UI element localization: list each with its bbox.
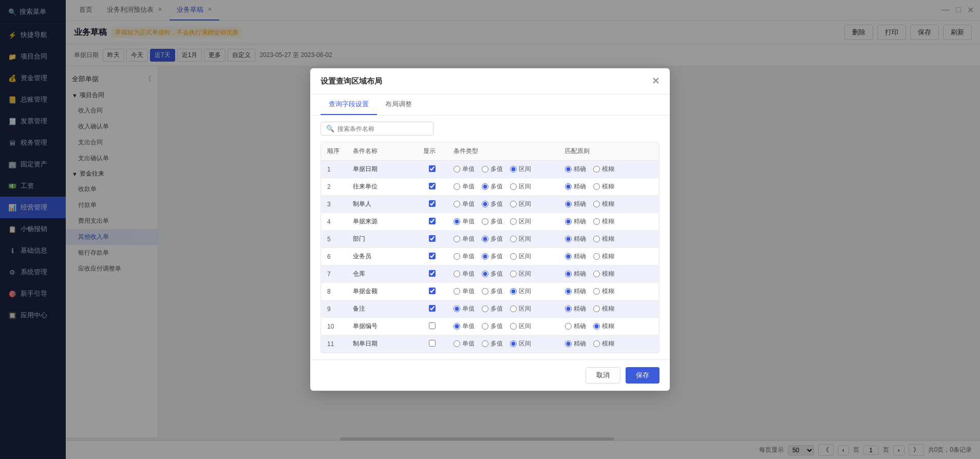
type-radio[interactable] bbox=[482, 340, 488, 347]
match-radio-option[interactable]: 精确 bbox=[565, 182, 586, 191]
match-radio-option[interactable]: 模糊 bbox=[593, 304, 614, 313]
type-radio-option[interactable]: 单值 bbox=[454, 235, 475, 243]
type-radio[interactable] bbox=[510, 166, 517, 173]
match-radio[interactable] bbox=[565, 323, 572, 330]
match-radio-option[interactable]: 模糊 bbox=[593, 200, 614, 208]
type-radio-option[interactable]: 区间 bbox=[510, 339, 531, 348]
show-checkbox[interactable] bbox=[429, 270, 436, 277]
type-radio-option[interactable]: 多值 bbox=[482, 200, 503, 208]
match-radio-option[interactable]: 精确 bbox=[565, 217, 586, 226]
type-radio-option[interactable]: 区间 bbox=[510, 322, 531, 331]
type-radio-option[interactable]: 多值 bbox=[482, 217, 503, 226]
match-radio-option[interactable]: 模糊 bbox=[593, 217, 614, 226]
type-radio[interactable] bbox=[482, 253, 488, 260]
match-radio-option[interactable]: 精确 bbox=[565, 252, 586, 261]
show-checkbox[interactable] bbox=[429, 218, 436, 224]
type-radio[interactable] bbox=[454, 201, 460, 207]
type-radio-option[interactable]: 多值 bbox=[482, 304, 503, 313]
modal-save-button[interactable]: 保存 bbox=[626, 367, 659, 384]
type-radio-option[interactable]: 区间 bbox=[510, 252, 531, 261]
type-radio-option[interactable]: 多值 bbox=[482, 287, 503, 296]
type-radio[interactable] bbox=[454, 166, 460, 173]
match-radio[interactable] bbox=[593, 183, 600, 190]
match-radio-option[interactable]: 模糊 bbox=[593, 322, 614, 331]
type-radio[interactable] bbox=[482, 201, 488, 207]
show-checkbox[interactable] bbox=[429, 340, 436, 347]
type-radio[interactable] bbox=[510, 340, 517, 347]
match-radio[interactable] bbox=[593, 201, 600, 207]
show-checkbox[interactable] bbox=[429, 253, 436, 259]
match-radio[interactable] bbox=[565, 183, 572, 190]
type-radio-option[interactable]: 区间 bbox=[510, 200, 531, 208]
type-radio-option[interactable]: 单值 bbox=[454, 252, 475, 261]
cancel-button[interactable]: 取消 bbox=[586, 367, 620, 384]
type-radio[interactable] bbox=[454, 340, 460, 347]
match-radio-option[interactable]: 精确 bbox=[565, 304, 586, 313]
show-checkbox[interactable] bbox=[429, 200, 436, 207]
type-radio[interactable] bbox=[482, 271, 488, 277]
match-radio-option[interactable]: 精确 bbox=[565, 287, 586, 296]
type-radio-option[interactable]: 单值 bbox=[454, 322, 475, 331]
type-radio[interactable] bbox=[454, 236, 460, 242]
show-checkbox[interactable] bbox=[429, 288, 436, 294]
match-radio-option[interactable]: 模糊 bbox=[593, 182, 614, 191]
match-radio[interactable] bbox=[593, 340, 600, 347]
type-radio-option[interactable]: 单值 bbox=[454, 270, 475, 278]
match-radio[interactable] bbox=[565, 236, 572, 242]
type-radio[interactable] bbox=[454, 218, 460, 225]
type-radio-option[interactable]: 区间 bbox=[510, 304, 531, 313]
match-radio[interactable] bbox=[565, 305, 572, 312]
match-radio[interactable] bbox=[565, 201, 572, 207]
type-radio-option[interactable]: 区间 bbox=[510, 217, 531, 226]
match-radio[interactable] bbox=[593, 236, 600, 242]
type-radio-option[interactable]: 单值 bbox=[454, 217, 475, 226]
show-checkbox[interactable] bbox=[429, 235, 436, 242]
match-radio[interactable] bbox=[593, 218, 600, 225]
type-radio[interactable] bbox=[510, 323, 517, 330]
type-radio[interactable] bbox=[482, 166, 488, 173]
type-radio-option[interactable]: 多值 bbox=[482, 322, 503, 331]
match-radio[interactable] bbox=[593, 323, 600, 330]
match-radio-option[interactable]: 模糊 bbox=[593, 270, 614, 278]
match-radio-option[interactable]: 模糊 bbox=[593, 339, 614, 348]
type-radio-option[interactable]: 区间 bbox=[510, 235, 531, 243]
type-radio[interactable] bbox=[482, 183, 488, 190]
match-radio-option[interactable]: 精确 bbox=[565, 235, 586, 243]
type-radio-option[interactable]: 单值 bbox=[454, 339, 475, 348]
match-radio[interactable] bbox=[565, 340, 572, 347]
match-radio-option[interactable]: 模糊 bbox=[593, 165, 614, 174]
type-radio-option[interactable]: 多值 bbox=[482, 235, 503, 243]
type-radio[interactable] bbox=[510, 183, 517, 190]
type-radio-option[interactable]: 多值 bbox=[482, 252, 503, 261]
type-radio[interactable] bbox=[510, 253, 517, 260]
match-radio[interactable] bbox=[565, 218, 572, 225]
type-radio[interactable] bbox=[482, 288, 488, 295]
show-checkbox[interactable] bbox=[429, 305, 436, 312]
match-radio[interactable] bbox=[593, 166, 600, 173]
modal-tab-field-settings[interactable]: 查询字段设置 bbox=[321, 94, 377, 115]
type-radio-option[interactable]: 多值 bbox=[482, 339, 503, 348]
match-radio-option[interactable]: 精确 bbox=[565, 339, 586, 348]
type-radio-option[interactable]: 单值 bbox=[454, 304, 475, 313]
match-radio[interactable] bbox=[565, 253, 572, 260]
type-radio[interactable] bbox=[454, 305, 460, 312]
type-radio[interactable] bbox=[510, 305, 517, 312]
type-radio[interactable] bbox=[510, 236, 517, 242]
show-checkbox[interactable] bbox=[429, 183, 436, 189]
modal-search-input[interactable] bbox=[337, 125, 420, 132]
modal-tab-layout-adjust[interactable]: 布局调整 bbox=[377, 94, 420, 115]
match-radio[interactable] bbox=[565, 288, 572, 295]
type-radio[interactable] bbox=[482, 236, 488, 242]
type-radio[interactable] bbox=[482, 323, 488, 330]
match-radio-option[interactable]: 精确 bbox=[565, 322, 586, 331]
type-radio[interactable] bbox=[454, 271, 460, 277]
type-radio-option[interactable]: 单值 bbox=[454, 165, 475, 174]
match-radio-option[interactable]: 模糊 bbox=[593, 287, 614, 296]
match-radio[interactable] bbox=[593, 305, 600, 312]
modal-close-button[interactable]: ✕ bbox=[652, 75, 659, 87]
type-radio-option[interactable]: 多值 bbox=[482, 270, 503, 278]
match-radio[interactable] bbox=[593, 288, 600, 295]
type-radio[interactable] bbox=[454, 183, 460, 190]
type-radio[interactable] bbox=[510, 271, 517, 277]
type-radio[interactable] bbox=[482, 218, 488, 225]
